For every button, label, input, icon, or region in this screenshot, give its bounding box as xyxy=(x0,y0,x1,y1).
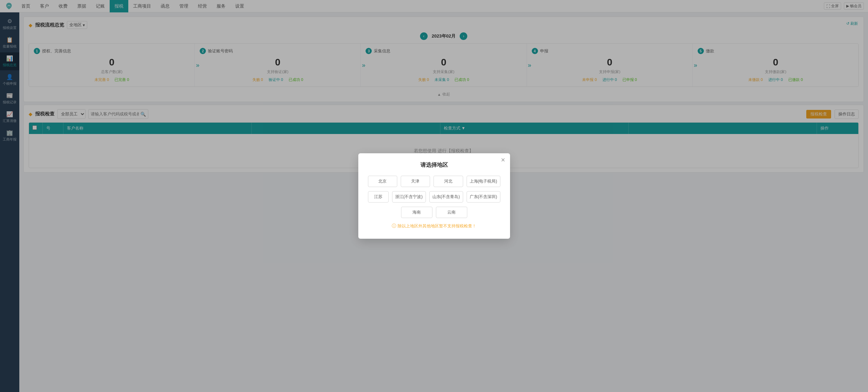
region-btn-zhejiang[interactable]: 浙江(不含宁波) xyxy=(392,191,426,203)
modal-warning: ⓘ 除以上地区外其他地区暂不支持报税检查！ xyxy=(368,223,500,229)
region-btn-hebei[interactable]: 河北 xyxy=(433,176,463,187)
region-btn-yunnan[interactable]: 云南 xyxy=(436,207,467,218)
modal-warning-text: 除以上地区外其他地区暂不支持报税检查！ xyxy=(398,223,476,229)
warning-icon: ⓘ xyxy=(392,223,396,229)
modal-overlay[interactable]: ✕ 请选择地区 北京 天津 河北 上海(电子税局) 江苏 浙江(不含宁波) 山东… xyxy=(0,0,868,392)
region-btn-shanghai[interactable]: 上海(电子税局) xyxy=(467,176,500,187)
region-grid-row3: 海南 云南 xyxy=(401,207,467,218)
region-btn-hainan[interactable]: 海南 xyxy=(401,207,432,218)
region-select-modal: ✕ 请选择地区 北京 天津 河北 上海(电子税局) 江苏 浙江(不含宁波) 山东… xyxy=(358,153,510,239)
modal-close-button[interactable]: ✕ xyxy=(501,157,505,163)
region-btn-shandong[interactable]: 山东(不含青岛) xyxy=(429,191,463,203)
region-grid-row2: 江苏 浙江(不含宁波) 山东(不含青岛) 广东(不含深圳) xyxy=(368,191,500,203)
region-btn-tianjin[interactable]: 天津 xyxy=(401,176,430,187)
region-btn-jiangsu[interactable]: 江苏 xyxy=(368,191,389,203)
modal-title: 请选择地区 xyxy=(368,162,500,169)
region-btn-beijing[interactable]: 北京 xyxy=(368,176,397,187)
region-grid-row1: 北京 天津 河北 上海(电子税局) xyxy=(368,176,500,187)
region-btn-guangdong[interactable]: 广东(不含深圳) xyxy=(467,191,500,203)
